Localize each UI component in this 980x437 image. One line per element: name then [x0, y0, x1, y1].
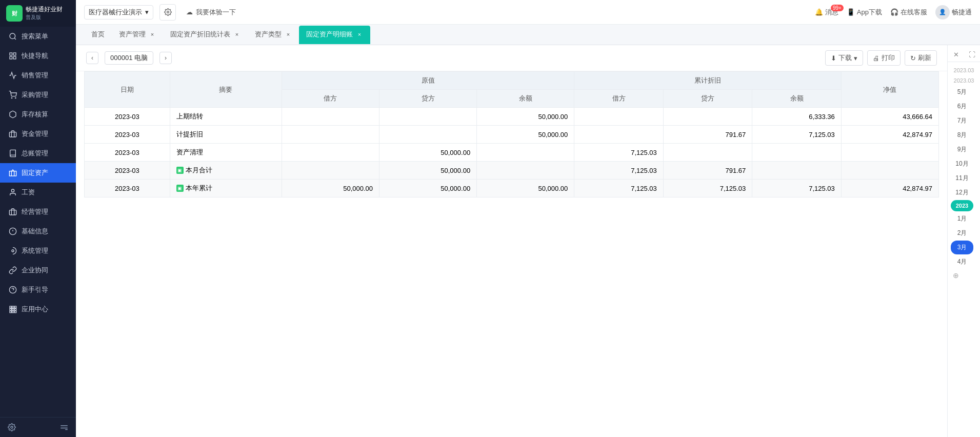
- table-row: 2023-03 ▣本月合计 50,000.00 7,125.03 791.67: [85, 162, 939, 180]
- sidebar-item-payroll[interactable]: 工资: [0, 183, 76, 202]
- timeline-entries: 2023.03 2023.03 5月 6月 7月 8月 9月 10月 11月 1…: [948, 62, 980, 284]
- tab-asset-detail[interactable]: 固定资产明细账 ×: [299, 26, 370, 44]
- svg-line-1: [14, 38, 16, 39]
- cell-ov-credit: 50,000.00: [379, 162, 477, 180]
- print-button[interactable]: 🖨 打印: [867, 50, 901, 66]
- timeline-expand-button[interactable]: ⛶: [967, 49, 977, 59]
- sidebar-item-inventory[interactable]: 库存核算: [0, 105, 76, 124]
- topbar: 医疗器械行业演示 ▾ ☁ 我要体验一下 🔔 消息 99+ 📱 App下载 🎧 在…: [76, 0, 980, 25]
- sidebar-item-fixed-assets[interactable]: 固定资产: [0, 163, 76, 183]
- headset-icon: 🎧: [890, 8, 898, 16]
- timeline-month-11[interactable]: 11月: [951, 171, 973, 185]
- th-accumulated-depreciation: 累计折旧: [574, 72, 842, 90]
- tab-asset-type[interactable]: 资产类型 ×: [248, 26, 299, 44]
- cell-ad-credit: 791.67: [663, 162, 752, 180]
- book-icon: [8, 149, 17, 158]
- timeline-month-2[interactable]: 2月: [951, 226, 973, 240]
- person-icon: [8, 188, 17, 197]
- svg-rect-24: [10, 311, 11, 312]
- sidebar-item-appcenter[interactable]: 应用中心: [0, 300, 76, 319]
- timeline-month-1[interactable]: 1月: [951, 212, 973, 226]
- timeline-date-label1: 2023.03: [951, 64, 977, 74]
- chevron-down-icon: ▾: [145, 8, 149, 16]
- sidebar-logo: 财 畅捷通好业财 普及版: [0, 0, 76, 27]
- cell-summary: 资产清理: [170, 144, 282, 162]
- table-row: 2023-03 上期结转 50,000.00 6,333.36 43,666.6…: [85, 108, 939, 126]
- sidebar-item-basic-info[interactable]: 基础信息: [0, 222, 76, 241]
- asset-code-text: 000001 电脑: [110, 53, 148, 63]
- download-button[interactable]: ⬇ 下载 ▾: [825, 50, 863, 66]
- cell-summary: 上期结转: [170, 108, 282, 126]
- sidebar-item-operations[interactable]: 经营管理: [0, 202, 76, 222]
- chart-icon: [8, 71, 17, 80]
- timeline-month-3-active[interactable]: 3月: [951, 241, 973, 254]
- svg-point-7: [15, 97, 16, 98]
- sidebar-item-finance[interactable]: 资金管理: [0, 124, 76, 144]
- grid-icon: [8, 51, 17, 61]
- th-net-value: 净值: [841, 72, 938, 108]
- table-row: 2023-03 资产清理 50,000.00 7,125.03: [85, 144, 939, 162]
- tab-close-icon[interactable]: ×: [356, 31, 363, 38]
- sidebar-item-sales[interactable]: 销售管理: [0, 66, 76, 85]
- sidebar-item-label: 经营管理: [22, 207, 48, 216]
- timeline-year-2023[interactable]: 2023: [951, 200, 973, 211]
- guide-icon: [8, 285, 17, 294]
- experience-button[interactable]: ☁ 我要体验一下: [186, 8, 236, 17]
- refresh-button[interactable]: ↻ 刷新: [905, 50, 937, 66]
- customer-service-button[interactable]: 🎧 在线客服: [890, 8, 927, 17]
- tab-label: 固定资产折旧统计表: [170, 30, 230, 39]
- sidebar-item-label: 固定资产: [22, 168, 48, 177]
- refresh-icon: ↻: [910, 54, 916, 62]
- notifications-button[interactable]: 🔔 消息 99+: [815, 8, 838, 17]
- tab-close-icon[interactable]: ×: [149, 31, 156, 38]
- company-selector[interactable]: 医疗器械行业演示 ▾: [84, 5, 153, 19]
- user-menu[interactable]: 👤 畅捷通: [935, 5, 972, 19]
- sidebar-item-guide[interactable]: 新手引导: [0, 280, 76, 300]
- cell-net-value: [841, 144, 938, 162]
- timeline-close-button[interactable]: ✕: [951, 49, 961, 59]
- sidebar-item-enterprise[interactable]: 企业协同: [0, 261, 76, 280]
- svg-rect-26: [14, 311, 16, 312]
- timeline-month-8[interactable]: 8月: [951, 128, 973, 142]
- timeline-panel: ✕ ⛶ 2023.03 2023.03 5月 6月 7月 8月 9月 10月 1…: [947, 45, 980, 437]
- collapse-icon[interactable]: [59, 423, 69, 432]
- company-name: 医疗器械行业演示: [89, 8, 142, 17]
- timeline-month-7[interactable]: 7月: [951, 114, 973, 128]
- sidebar-item-label: 库存核算: [22, 110, 48, 119]
- tab-close-icon[interactable]: ×: [285, 31, 292, 38]
- tab-asset-management[interactable]: 资产管理 ×: [112, 26, 163, 44]
- sidebar-item-search[interactable]: 搜索菜单: [0, 27, 76, 46]
- cell-date: 2023-03: [85, 144, 170, 162]
- th-ov-credit: 贷方: [379, 90, 477, 108]
- tab-home[interactable]: 首页: [84, 26, 112, 44]
- sidebar-item-ledger[interactable]: 总账管理: [0, 144, 76, 163]
- settings-button[interactable]: [159, 4, 176, 21]
- th-date: 日期: [85, 72, 170, 108]
- tab-depreciation-stats[interactable]: 固定资产折旧统计表 ×: [163, 26, 248, 44]
- sidebar-item-label: 企业协同: [22, 266, 48, 275]
- sidebar-item-purchase[interactable]: 采购管理: [0, 85, 76, 105]
- sidebar-item-system[interactable]: 系统管理: [0, 241, 76, 261]
- cell-summary: 计提折旧: [170, 126, 282, 144]
- timeline-month-12[interactable]: 12月: [951, 186, 973, 200]
- app-download-button[interactable]: 📱 App下载: [847, 8, 882, 17]
- timeline-month-9[interactable]: 9月: [951, 143, 973, 156]
- timeline-month-10[interactable]: 10月: [951, 157, 973, 171]
- sidebar-item-quicknav[interactable]: 快捷导航: [0, 46, 76, 66]
- timeline-down-chevron[interactable]: ⊕: [951, 269, 977, 282]
- cell-ov-credit: [379, 126, 477, 144]
- svg-point-30: [167, 11, 169, 13]
- timeline-month-6[interactable]: 6月: [951, 100, 973, 113]
- tab-close-icon[interactable]: ×: [233, 31, 241, 38]
- prev-asset-button[interactable]: ‹: [86, 52, 98, 64]
- cell-ad-balance: [752, 144, 842, 162]
- svg-rect-20: [14, 306, 16, 308]
- gear-icon[interactable]: [7, 423, 16, 432]
- sidebar: 财 畅捷通好业财 普及版 搜索菜单 快捷导航: [0, 0, 76, 437]
- timeline-month-5[interactable]: 5月: [951, 85, 973, 99]
- asset-code-display: 000001 电脑: [105, 51, 153, 65]
- notifications-badge: 99+: [831, 5, 844, 11]
- timeline-month-4[interactable]: 4月: [951, 255, 973, 269]
- experience-text: 我要体验一下: [196, 8, 236, 17]
- next-asset-button[interactable]: ›: [159, 52, 172, 64]
